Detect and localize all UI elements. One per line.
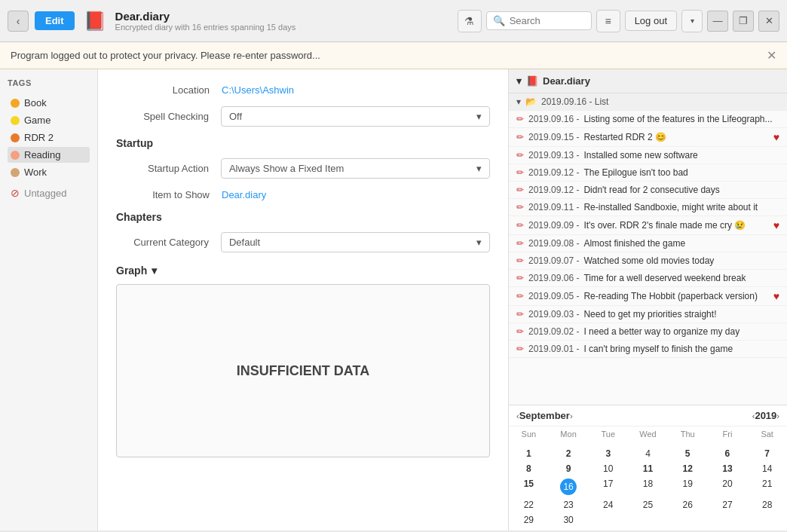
diary-entry[interactable]: ✏ 2019.09.13 - Installed some new softwa… xyxy=(509,147,787,164)
diary-entry[interactable]: ✏ 2019.09.12 - Didn't read for 2 consecu… xyxy=(509,182,787,199)
game-label: Game xyxy=(24,115,51,126)
cal-day-cell[interactable]: 4 xyxy=(628,446,668,461)
app-icon: 📕 xyxy=(84,11,106,32)
location-row: Location C:\Users\Ashwin xyxy=(116,84,490,96)
cal-day-cell[interactable]: 18 xyxy=(628,476,668,497)
entry-date: 2019.09.08 - xyxy=(528,238,579,249)
diary-entry[interactable]: ✏ 2019.09.07 - Watched some old movies t… xyxy=(509,252,787,270)
restore-button[interactable]: ❐ xyxy=(733,11,754,32)
cal-day-cell[interactable]: 13 xyxy=(708,461,748,476)
sidebar-item-reading[interactable]: Reading xyxy=(8,147,90,163)
diary-entry[interactable]: ✏ 2019.09.11 - Re-installed Sandboxie, m… xyxy=(509,199,787,216)
cal-day-cell[interactable]: 24 xyxy=(588,497,628,512)
graph-header[interactable]: Graph ▾ xyxy=(116,264,490,277)
entry-title: I can't bring myself to finish the game xyxy=(583,344,733,354)
entry-date: 2019.09.09 - xyxy=(528,220,579,231)
diary-folder-icon: 📕 xyxy=(526,75,538,87)
graph-label: Graph xyxy=(116,264,147,277)
diary-group-header[interactable]: ▾ 📂 2019.09.16 - List xyxy=(509,93,787,111)
search-input[interactable] xyxy=(510,15,585,26)
back-button[interactable]: ‹ xyxy=(8,11,29,32)
reading-tag-dot xyxy=(11,151,20,160)
cal-day-cell[interactable]: 12 xyxy=(668,461,708,476)
cal-day-cell[interactable]: 29 xyxy=(509,512,549,527)
startup-action-select[interactable]: Always Show a Fixed Item ▾ xyxy=(221,158,490,179)
cal-day-cell[interactable]: 10 xyxy=(588,461,628,476)
diary-entry[interactable]: ✏ 2019.09.12 - The Epilogue isn't too ba… xyxy=(509,164,787,182)
notification-bar: Program logged out to protect your priva… xyxy=(0,42,787,69)
close-button[interactable]: ✕ xyxy=(758,11,779,32)
cal-day-cell[interactable]: 19 xyxy=(668,476,708,497)
cal-day-cell[interactable]: 5 xyxy=(668,446,708,461)
cal-day-cell[interactable]: 28 xyxy=(747,497,787,512)
cal-day-cell[interactable]: 21 xyxy=(747,476,787,497)
cal-day-cell[interactable]: 25 xyxy=(628,497,668,512)
diary-entry[interactable]: ✏ 2019.09.03 - Need to get my priorities… xyxy=(509,306,787,323)
diary-entry[interactable]: ✏ 2019.09.06 - Time for a well deserved … xyxy=(509,270,787,287)
entry-title: Re-reading The Hobbit (paperback version… xyxy=(583,291,758,301)
minimize-button[interactable]: — xyxy=(707,11,728,32)
sidebar-item-game[interactable]: Game xyxy=(8,112,90,128)
cal-day-cell[interactable]: 16 xyxy=(549,476,589,497)
game-tag-dot xyxy=(11,116,20,125)
cal-day-cell[interactable]: 17 xyxy=(588,476,628,497)
cal-day-cell[interactable]: 6 xyxy=(708,446,748,461)
entry-title: I need a better way to organize my day xyxy=(583,326,740,337)
logout-button[interactable]: Log out xyxy=(625,11,677,31)
dropdown-button[interactable]: ▾ xyxy=(681,10,703,32)
sidebar-item-untagged[interactable]: ⊘ Untagged xyxy=(8,185,90,201)
diary-entry[interactable]: ✏ 2019.09.05 - Re-reading The Hobbit (pa… xyxy=(509,287,787,306)
diary-entry[interactable]: ✏ 2019.09.16 - Listing some of the featu… xyxy=(509,111,787,128)
cal-day-cell[interactable]: 7 xyxy=(747,446,787,461)
next-year-button[interactable]: › xyxy=(776,411,779,420)
entry-icon: ✏ xyxy=(516,185,524,195)
cal-day-cell[interactable]: 15 xyxy=(509,476,549,497)
current-category-select[interactable]: Default ▾ xyxy=(221,232,490,252)
cal-day-cell[interactable]: 8 xyxy=(509,461,549,476)
search-icon: 🔍 xyxy=(493,15,505,26)
diary-entry[interactable]: ✏ 2019.09.15 - Restarted RDR 2 😊 ♥ xyxy=(509,128,787,147)
entry-date: 2019.09.05 - xyxy=(528,291,579,301)
cal-day-cell[interactable]: 1 xyxy=(509,446,549,461)
diary-expand-icon[interactable]: ▾ xyxy=(516,75,522,87)
next-month-button[interactable]: › xyxy=(570,411,573,420)
cal-day-cell[interactable]: 20 xyxy=(708,476,748,497)
diary-entry[interactable]: ✏ 2019.09.02 - I need a better way to or… xyxy=(509,323,787,341)
spell-checking-select[interactable]: Off ▾ xyxy=(221,106,490,127)
graph-box: INSUFFICIENT DATA xyxy=(116,284,490,457)
sidebar-item-work[interactable]: Work xyxy=(8,164,90,180)
cal-day-cell[interactable]: 11 xyxy=(628,461,668,476)
sidebar-item-rdr2[interactable]: RDR 2 xyxy=(8,130,90,145)
entry-title: Watched some old movies today xyxy=(583,255,714,266)
cal-day-cell[interactable]: 23 xyxy=(549,497,589,512)
item-to-show-value[interactable]: Dear.diary xyxy=(222,189,266,200)
cal-day-cell[interactable]: 27 xyxy=(708,497,748,512)
calendar-grid: SunMonTueWedThuFriSat1234567891011121314… xyxy=(509,427,787,527)
edit-button[interactable]: Edit xyxy=(35,11,75,30)
entry-icon: ✏ xyxy=(516,132,524,142)
entry-title: Installed some new software xyxy=(583,150,697,161)
diary-entry[interactable]: ✏ 2019.09.08 - Almost finished the game xyxy=(509,235,787,252)
cal-day-cell[interactable]: 3 xyxy=(588,446,628,461)
cal-day-header: Fri xyxy=(708,427,748,442)
entry-icon: ✏ xyxy=(516,309,524,320)
cal-day-cell[interactable]: 2 xyxy=(549,446,589,461)
entry-icon: ✏ xyxy=(516,326,524,337)
sidebar-item-book[interactable]: Book xyxy=(8,95,90,111)
entry-title: It's over. RDR 2's finale made me cry 😢 xyxy=(583,220,746,231)
cal-day-cell[interactable]: 9 xyxy=(549,461,589,476)
diary-entry[interactable]: ✏ 2019.09.09 - It's over. RDR 2's finale… xyxy=(509,216,787,235)
location-value[interactable]: C:\Users\Ashwin xyxy=(222,84,294,96)
cal-day-cell[interactable]: 30 xyxy=(549,512,589,527)
cal-day-cell[interactable]: 14 xyxy=(747,461,787,476)
calendar: ‹ September › ‹ 2019 › SunMonTueWedThuFr… xyxy=(509,405,787,530)
filter-button[interactable]: ⚗ xyxy=(458,10,482,32)
cal-day-cell[interactable]: 26 xyxy=(668,497,708,512)
cal-day-cell[interactable]: 22 xyxy=(509,497,549,512)
cal-day-cell xyxy=(668,512,708,527)
notification-close-button[interactable]: ✕ xyxy=(767,48,776,63)
entry-icon: ✏ xyxy=(516,238,524,249)
menu-button[interactable]: ≡ xyxy=(596,10,620,32)
untagged-label: Untagged xyxy=(24,188,66,199)
diary-entry[interactable]: ✏ 2019.09.01 - I can't bring myself to f… xyxy=(509,341,787,358)
